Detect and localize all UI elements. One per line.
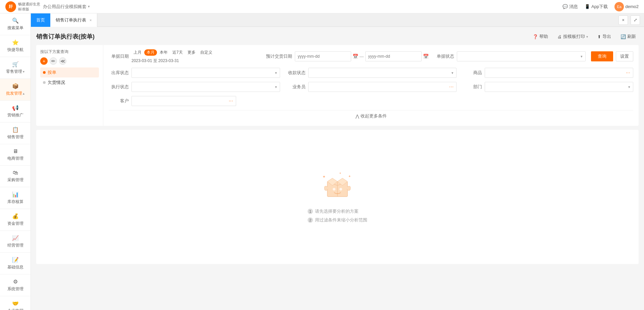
bill-status-select[interactable]: ▾ [457,51,586,61]
empty-illustration: ✦ ✦ ✦ [321,168,354,202]
edit-scheme-button[interactable]: ✏ [50,57,57,65]
department-select[interactable]: ▾ [485,82,633,92]
payment-status-select[interactable]: ▾ [308,68,457,78]
tab-close-icon[interactable]: × [90,18,92,22]
salesperson-more-icon[interactable]: ··· [449,84,453,90]
sidebar-item-system[interactable]: ⚙ 系统管理 [0,274,31,296]
sidebar-item-ecom[interactable]: 🖥 电商管理 [0,144,31,166]
page-content: 销售订单执行表(按单) ❓ 帮助 🖨 按模板打印 ▾ ⬆ 导出 [31,27,644,310]
svg-text:✦: ✦ [348,174,351,178]
inventory-icon: 📊 [12,191,19,198]
filter-field-payment-status: 收款状态 ▾ [285,68,457,78]
filter-field-date: 单据日期 上月 本月 本年 近7天 更多 自定义 [109,49,261,64]
delivery-status-dropdown-icon: ▾ [275,71,277,75]
department-label: 部门 [462,84,482,90]
customer-select[interactable]: ··· [131,96,236,106]
date-tab-custom[interactable]: 自定义 [198,49,214,56]
collapse-filter-button[interactable]: ⋀ 收起更多条件 [109,110,633,122]
sidebar-item-sales[interactable]: 📋 销售管理 [0,122,31,144]
ecom-icon: 🖥 [13,148,18,154]
calendar-icon-to[interactable]: 📅 [423,54,429,59]
sidebar-item-quick-nav[interactable]: ⭐ 快捷导航 [0,35,31,57]
bill-status-label: 单据状态 [434,53,454,59]
sidebar-item-purchase[interactable]: 🛍 采购管理 [0,166,31,187]
product-more-icon[interactable]: ··· [626,70,630,76]
exec-status-dropdown-icon: ▾ [275,85,277,89]
scheme-item-by-order[interactable]: 按单 [40,67,99,78]
exec-status-label: 执行状态 [109,84,129,90]
main-layout: 🔍 搜索菜单 ⭐ 快捷导航 🛒 零售管理 ▾ 📦 批发管理 ▴ 📢 营销推广 [0,13,644,310]
close-window-button[interactable]: × [619,15,628,25]
delivery-status-select[interactable]: ▾ [131,68,280,78]
settings-button[interactable]: 设置 [616,51,633,61]
bill-status-dropdown-icon: ▾ [581,54,583,59]
customer-more-icon[interactable]: ··· [229,98,233,104]
filter-scheme-actions: + ✏ ≪ [40,57,99,65]
salesperson-label: 业务员 [285,84,306,90]
sidebar-item-marketing[interactable]: 📢 营销推广 [0,101,31,122]
scheme-item-backorder[interactable]: 欠货情况 [40,78,99,88]
svg-text:✦: ✦ [339,172,341,175]
print-dropdown-icon[interactable]: ▾ [586,35,588,39]
app-download-btn[interactable]: 📱 App下载 [585,4,608,10]
date-label: 单据日期 [109,53,129,59]
payment-status-dropdown-icon: ▾ [451,71,453,75]
filter-field-exec-status: 执行状态 ▾ [109,82,280,92]
export-button[interactable]: ⬆ 导出 [595,32,614,41]
svg-point-3 [339,188,342,191]
expected-date-label: 预计交货日期 [266,53,292,59]
expected-date-to-input[interactable] [365,51,422,61]
sidebar-item-inventory[interactable]: 📊 库存核算 [0,187,31,209]
date-tab-last-month[interactable]: 上月 [131,49,144,56]
salesperson-select[interactable]: ··· [308,82,457,92]
message-btn[interactable]: 💬 消息 [562,4,578,10]
collapse-icon: ⋀ [356,114,359,119]
date-tab-7days[interactable]: 近7天 [170,49,185,56]
collapse-scheme-button[interactable]: ≪ [59,57,66,65]
date-tabs: 上月 本月 本年 近7天 更多 自定义 [131,49,261,56]
maximize-button[interactable]: ⤢ [631,15,640,25]
sidebar-item-retail[interactable]: 🛒 零售管理 ▾ [0,57,31,79]
user-profile[interactable]: Ea demo2 [614,2,639,11]
filter-field-salesperson: 业务员 ··· [285,82,457,92]
query-button[interactable]: 查询 [591,51,613,61]
sidebar-item-wholesale[interactable]: 📦 批发管理 ▴ [0,79,31,101]
sidebar-item-operation[interactable]: 📈 经营管理 [0,231,31,253]
tab-bar: 首页 销售订单执行表 × × ⤢ [31,13,644,27]
filter-fields-panel: 单据日期 上月 本月 本年 近7天 更多 自定义 [103,45,639,126]
breadcrumb[interactable]: 办公用品行业模拟账套 ▾ [43,4,90,10]
product-select[interactable]: ··· [485,68,633,78]
date-tab-this-year[interactable]: 本年 [158,49,170,56]
help-icon: ❓ [533,34,538,39]
filter-scheme-title: 按以下方案查询 [40,49,99,55]
breadcrumb-chevron-icon[interactable]: ▾ [88,4,90,9]
date-range-display: 2023-03-01 至 2023-03-31 [131,58,261,64]
chevron-down-icon: ▾ [23,70,24,73]
print-button[interactable]: 🖨 按模板打印 ▾ [555,32,591,41]
scheme-dot-gray-icon [43,81,46,84]
refresh-button[interactable]: 🔄 刷新 [618,32,639,41]
date-tab-this-month[interactable]: 本月 [144,49,157,56]
date-tab-more[interactable]: 更多 [185,49,198,56]
print-icon: 🖨 [557,34,562,39]
exec-status-select[interactable]: ▾ [131,82,280,92]
filter-row-3: 执行状态 ▾ 业务员 ··· [109,82,633,92]
tab-sales-order[interactable]: 销售订单执行表 × [50,13,97,27]
expected-date-from-input[interactable] [295,51,351,61]
sidebar-item-finance[interactable]: 💰 资金管理 [0,209,31,231]
sidebar-item-search[interactable]: 🔍 搜索菜单 [0,13,31,35]
page-title-bar: 销售订单执行表(按单) ❓ 帮助 🖨 按模板打印 ▾ ⬆ 导出 [36,32,639,41]
star-icon: ⭐ [12,39,19,46]
top-bar: 好 畅捷通好生意 标准版 办公用品行业模拟账套 ▾ 💬 消息 📱 App下载 E… [0,0,644,13]
calendar-icon-from[interactable]: 📅 [353,54,358,59]
basic-icon: 📝 [12,257,19,263]
logo-icon: 好 [5,1,16,12]
add-scheme-button[interactable]: + [40,57,48,65]
svg-text:✦: ✦ [322,174,326,179]
help-button[interactable]: ❓ 帮助 [530,32,551,41]
tab-home[interactable]: 首页 [31,13,50,27]
product-label: 商品 [462,70,482,76]
sidebar-item-collab[interactable]: 🤝 企业协同 [0,296,31,310]
sidebar-item-basic[interactable]: 📝 基础信息 [0,253,31,274]
filter-field-delivery-status: 出库状态 ▾ [109,68,280,78]
